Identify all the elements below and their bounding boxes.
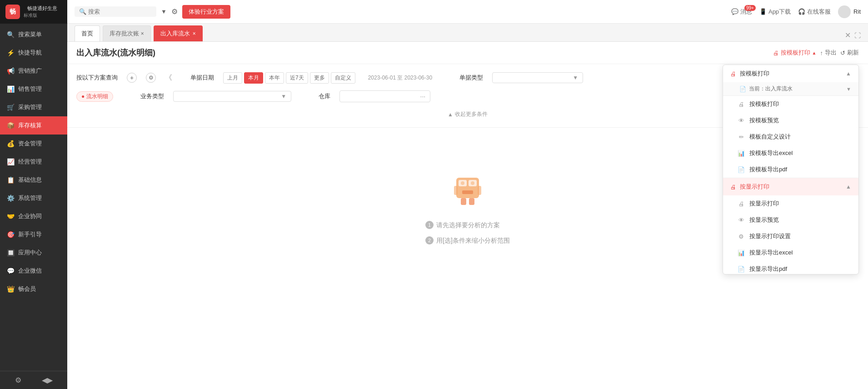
biz-type-select[interactable]: ▼ [173, 91, 291, 102]
sidebar-item-apps[interactable]: 🔲 应用中心 [0, 244, 67, 262]
tab-flow[interactable]: 出入库流水 × [154, 25, 203, 41]
search-input[interactable] [88, 8, 134, 15]
avatar [838, 5, 851, 18]
display-section-arrow: ▲ [846, 184, 851, 190]
flow-tag-filter[interactable]: ● 流水明细 [76, 91, 113, 102]
export-icon: ↑ [820, 50, 823, 56]
sidebar-item-system[interactable]: ⚙️ 系统管理 [0, 189, 67, 207]
sidebar-nav: 🔍 搜索菜单 ⚡ 快捷导航 📢 营销推广 📊 销售管理 🛒 采购管理 📦 库存核… [0, 24, 67, 371]
svg-rect-4 [454, 186, 458, 195]
template-print-section-header[interactable]: 🖨 按模板打印 ▲ [723, 65, 858, 82]
tab-batch-account[interactable]: 库存批次账 × [103, 25, 151, 41]
tab-batch-account-close[interactable]: × [141, 30, 144, 37]
refresh-button[interactable]: ↺ 刷新 [840, 49, 859, 57]
dropdown-display-settings[interactable]: ⚙ 按显示打印设置 [723, 228, 858, 244]
display-excel-icon: 📊 [738, 249, 745, 256]
section-arrow-up: ▲ [846, 70, 851, 77]
settings-button[interactable]: ⚙ [15, 376, 21, 384]
date-custom-button[interactable]: 自定义 [331, 72, 355, 84]
date-recent7-button[interactable]: 近7天 [286, 72, 308, 84]
expand-tab-button[interactable]: ⛶ [854, 32, 861, 39]
topbar-gear-icon[interactable]: ⚙ [171, 7, 178, 16]
tab-flow-close[interactable]: × [193, 30, 196, 37]
sidebar-item-basics[interactable]: 📋 基础信息 [0, 171, 67, 189]
online-service-button[interactable]: 🎧 在线客服 [798, 8, 831, 16]
empty-hint-1: 1 请先选择要分析的方案 [425, 219, 510, 231]
sidebar-item-finance[interactable]: 💰 资金管理 [0, 135, 67, 153]
sidebar-item-search[interactable]: 🔍 搜索菜单 [0, 25, 67, 44]
template-pdf-icon: 📄 [738, 166, 745, 173]
app-download-label: App下载 [768, 8, 791, 16]
svg-rect-5 [478, 186, 481, 195]
chevron-up-icon: ▲ [448, 111, 453, 118]
date-current-month-button[interactable]: 本月 [244, 72, 263, 84]
phone-icon: 📱 [759, 8, 767, 15]
app-download-button[interactable]: 📱 App下载 [759, 8, 791, 16]
sidebar-item-inventory[interactable]: 📦 库存核算 [0, 116, 67, 135]
date-current-year-button[interactable]: 本年 [265, 72, 284, 84]
sidebar-item-member[interactable]: 👑 畅会员 [0, 280, 67, 298]
template-custom-icon: ✏ [738, 133, 745, 140]
topbar-dropdown-arrow[interactable]: ▼ [161, 8, 167, 15]
sidebar-item-quick-nav[interactable]: ⚡ 快捷导航 [0, 44, 67, 62]
trial-button[interactable]: 体验行业方案 [182, 5, 230, 19]
filter-collapse-button[interactable]: 《 [165, 73, 172, 83]
template-preview-icon: 👁 [738, 117, 745, 124]
svg-point-9 [471, 181, 474, 185]
topbar-right: 💬 消息 99+ 📱 App下载 🎧 在线客服 Rit [731, 5, 861, 18]
collapse-sidebar-button[interactable]: ◀▶ [42, 376, 53, 384]
dropdown-template-pdf[interactable]: 📄 按模板导出pdf [723, 161, 858, 178]
close-tab-button[interactable]: ✕ [845, 31, 851, 40]
sidebar-bottom: ⚙ ◀▶ [0, 371, 67, 389]
dropdown-template-preview[interactable]: 👁 按模板预览 [723, 112, 858, 129]
sidebar-item-wechat[interactable]: 💬 企业微信 [0, 262, 67, 280]
display-pdf-icon: 📄 [738, 265, 745, 273]
sidebar-item-marketing[interactable]: 📢 营销推广 [0, 62, 67, 80]
sidebar-item-guide[interactable]: 🎯 新手引导 [0, 225, 67, 244]
dropdown-display-pdf[interactable]: 📄 按显示导出pdf [723, 261, 858, 274]
dropdown-template-print[interactable]: 🖨 按模板打印 [723, 96, 858, 112]
dropdown-scroll-area: 🖨 按模板打印 ▲ 📄 当前：出入库流水 ▼ 🖨 [723, 65, 858, 274]
message-button[interactable]: 💬 消息 99+ [731, 8, 752, 16]
logo-subtitle: 标准版 [24, 12, 57, 19]
tab-bar: 首页 库存批次账 × 出入库流水 × ✕ ⛶ [67, 24, 868, 42]
current-template-item[interactable]: 📄 当前：出入库流水 ▼ [723, 82, 858, 95]
inventory-icon: 📦 [6, 121, 15, 130]
export-button[interactable]: ↑ 导出 [820, 49, 837, 57]
chevron-up-icon: ▲ [812, 50, 817, 55]
display-print-icon: 🖨 [738, 200, 745, 207]
sidebar-item-collab[interactable]: 🤝 企业协同 [0, 207, 67, 225]
filter-label: 按以下方案查询 [76, 74, 118, 82]
username-label: Rit [853, 8, 861, 15]
date-more-button[interactable]: 更多 [310, 72, 329, 84]
topbar-search-box[interactable]: 🔍 [75, 6, 156, 17]
sidebar-item-operation[interactable]: 📈 经营管理 [0, 153, 67, 171]
current-template-icon: 📄 [739, 86, 746, 92]
quick-nav-icon: ⚡ [6, 49, 15, 57]
date-filter-label: 单据日期 [190, 74, 214, 82]
warehouse-dots[interactable]: ··· [420, 93, 426, 100]
dropdown-template-excel[interactable]: 📊 按模板导出excel [723, 145, 858, 161]
user-area[interactable]: Rit [838, 5, 861, 18]
empty-illustration [445, 164, 490, 209]
warehouse-select[interactable]: ··· [339, 90, 430, 102]
sidebar-item-sales[interactable]: 📊 销售管理 [0, 80, 67, 98]
dropdown-display-preview[interactable]: 👁 按显示预览 [723, 212, 858, 228]
sidebar-item-purchase[interactable]: 🛒 采购管理 [0, 98, 67, 116]
dropdown-display-print[interactable]: 🖨 按显示打印 [723, 195, 858, 212]
display-printer-icon: 🖨 [730, 184, 736, 190]
logo-title: 畅捷通好生意 [27, 5, 57, 12]
dropdown-display-excel[interactable]: 📊 按显示导出excel [723, 244, 858, 261]
dropdown-template-custom[interactable]: ✏ 模板自定义设计 [723, 129, 858, 145]
display-print-section-header[interactable]: 🖨 按显示打印 ▲ [723, 178, 858, 195]
filter-settings-button[interactable]: ⚙ [146, 73, 156, 83]
finance-icon: 💰 [6, 140, 15, 148]
filter-add-button[interactable]: + [127, 73, 137, 83]
tab-home[interactable]: 首页 [75, 25, 100, 41]
template-print-button[interactable]: 🖨 按模板打印 ▲ [773, 49, 817, 57]
sidebar: 畅 畅捷通好生意 标准版 🔍 搜索菜单 ⚡ 快捷导航 📢 营销推广 📊 销售管理… [0, 0, 67, 389]
date-prev-month-button[interactable]: 上月 [223, 72, 242, 84]
doc-type-select[interactable]: ▼ [492, 72, 583, 83]
page-title: 出入库流水(流水明细) [76, 47, 155, 58]
search-icon: 🔍 [6, 30, 15, 39]
